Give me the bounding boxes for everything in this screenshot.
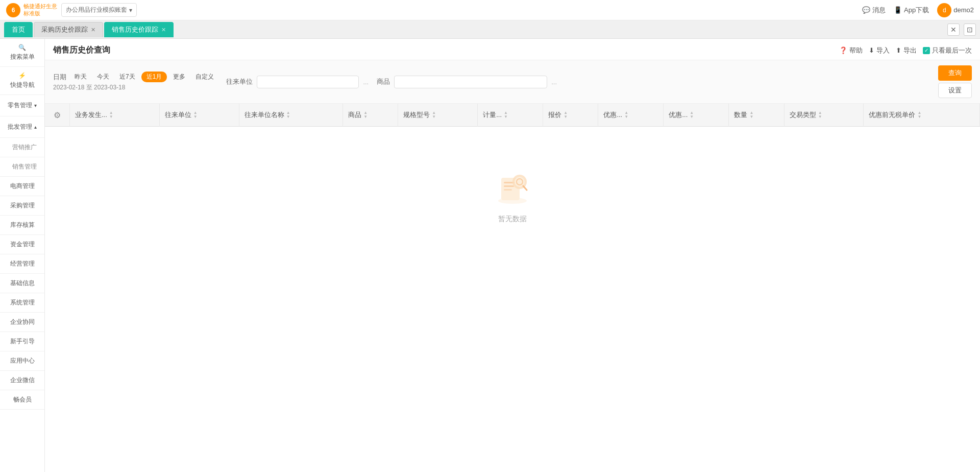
table-col-quoted-price[interactable]: 报价 ▲▼ xyxy=(543,104,598,127)
sidebar-item-basic-info[interactable]: 基础信息 xyxy=(0,274,44,293)
table-col-unit[interactable]: 计量... ▲▼ xyxy=(478,104,543,127)
avatar: d xyxy=(937,3,951,17)
message-action[interactable]: 💬 消息 xyxy=(862,6,886,15)
empty-text: 暂无数据 xyxy=(498,215,527,224)
goods-input[interactable] xyxy=(394,76,547,88)
sidebar-item-wholesale-mgmt[interactable]: 批发管理 ▴ xyxy=(0,116,44,138)
table-col-biz-date[interactable]: 业务发生... ▲▼ xyxy=(70,104,160,127)
top-header: 6 畅捷通好生意 标准版 办公用品行业模拟账套 ▾ 💬 消息 📱 App下载 d… xyxy=(0,0,980,20)
sort-arrows-discount1: ▲▼ xyxy=(624,111,628,119)
import-label: 导入 xyxy=(876,46,890,55)
sort-arrows-spec: ▲▼ xyxy=(432,111,436,119)
table-col-goods[interactable]: 商品 ▲▼ xyxy=(343,104,398,127)
page-actions: ❓ 帮助 ⬇ 导入 ⬆ 导出 ✓ 只看最后一次 xyxy=(839,46,972,55)
chevron-down-icon: ▾ xyxy=(129,7,132,14)
sidebar-item-finance[interactable]: 资金管理 xyxy=(0,235,44,254)
sidebar-item-vip-member[interactable]: 畅会员 xyxy=(0,390,44,410)
content-area: 销售历史价查询 ❓ 帮助 ⬇ 导入 ⬆ 导出 ✓ 只看最后一次 xyxy=(45,39,980,472)
date-btn-more[interactable]: 更多 xyxy=(169,72,189,82)
maximize-btn[interactable]: ⊡ xyxy=(964,23,976,36)
sidebar-item-quick-nav[interactable]: ⚡ 快捷导航 xyxy=(0,67,44,95)
help-btn[interactable]: ❓ 帮助 xyxy=(839,46,863,55)
table-container: ⚙ 业务发生... ▲▼ 往来单位 ▲▼ xyxy=(45,104,980,472)
help-label: 帮助 xyxy=(849,46,863,55)
sidebar-item-operations[interactable]: 经营管理 xyxy=(0,254,44,274)
sort-arrows-quantity: ▲▼ xyxy=(749,111,753,119)
sales-history-tab-close[interactable]: ✕ xyxy=(161,27,166,33)
main-layout: 🔍 搜索菜单 ⚡ 快捷导航 零售管理 ▾ 批发管理 ▴ 营销推广 销售管理 电商… xyxy=(0,39,980,472)
date-btn-7days[interactable]: 近7天 xyxy=(115,72,139,82)
table-col-discount2[interactable]: 优惠... ▲▼ xyxy=(664,104,729,127)
date-btn-today[interactable]: 今天 xyxy=(93,72,113,82)
page-header: 销售历史价查询 ❓ 帮助 ⬇ 导入 ⬆ 导出 ✓ 只看最后一次 xyxy=(45,39,980,60)
partner-filter-group: 往来单位 ... xyxy=(226,76,369,88)
date-btn-yesterday[interactable]: 昨天 xyxy=(70,72,91,82)
home-tab-label: 首页 xyxy=(12,25,25,34)
sales-mgmt-label: 销售管理 xyxy=(12,162,37,171)
partner-input[interactable] xyxy=(257,76,359,88)
table-col-trade-type[interactable]: 交易类型 ▲▼ xyxy=(784,104,864,127)
sidebar-item-marketing[interactable]: 营销推广 xyxy=(0,138,44,157)
enterprise-wechat-label: 企业微信 xyxy=(10,376,35,385)
table-col-quantity[interactable]: 数量 ▲▼ xyxy=(729,104,784,127)
logo-icon: 6 xyxy=(6,3,20,17)
import-icon: ⬇ xyxy=(869,46,874,54)
message-label: 消息 xyxy=(872,6,886,15)
tab-sales-history[interactable]: 销售历史价跟踪 ✕ xyxy=(104,22,174,37)
filter-area: 日期 昨天 今天 近7天 近1月 更多 自定义 2023-02-18 至 202… xyxy=(45,60,980,104)
export-icon: ⬆ xyxy=(896,46,901,54)
app-selector[interactable]: 办公用品行业模拟账套 ▾ xyxy=(61,3,137,17)
user-action[interactable]: d demo2 xyxy=(937,3,974,17)
sidebar-item-system-mgmt[interactable]: 系统管理 xyxy=(0,293,44,313)
sidebar-item-sales-mgmt[interactable]: 销售管理 xyxy=(0,157,44,177)
message-icon: 💬 xyxy=(862,6,870,14)
goods-filter-group: 商品 ... xyxy=(377,76,557,88)
page-title: 销售历史价查询 xyxy=(53,45,110,56)
date-btn-1month[interactable]: 近1月 xyxy=(141,72,167,82)
only-last-checkbox[interactable]: ✓ 只看最后一次 xyxy=(923,46,972,55)
retail-mgmt-label: 零售管理 xyxy=(8,101,32,110)
sidebar-item-retail-mgmt[interactable]: 零售管理 ▾ xyxy=(0,95,44,116)
sidebar-item-enterprise-wechat[interactable]: 企业微信 xyxy=(0,371,44,390)
search-menu-label: 搜索菜单 xyxy=(10,53,35,61)
date-btn-custom[interactable]: 自定义 xyxy=(191,72,218,82)
tab-purchase-history[interactable]: 采购历史价跟踪 ✕ xyxy=(34,22,103,37)
export-btn[interactable]: ⬆ 导出 xyxy=(896,46,917,55)
sidebar-item-inventory[interactable]: 库存核算 xyxy=(0,216,44,235)
table-col-partner-name[interactable]: 往来单位名称 ▲▼ xyxy=(239,104,343,127)
sidebar-item-purchase-mgmt[interactable]: 采购管理 xyxy=(0,196,44,216)
table-col-partner-code[interactable]: 往来单位 ▲▼ xyxy=(159,104,239,127)
goods-ellipsis[interactable]: ... xyxy=(551,78,557,86)
sidebar-item-search-menu[interactable]: 🔍 搜索菜单 xyxy=(0,39,44,67)
export-label: 导出 xyxy=(903,46,917,55)
purchase-history-tab-label: 采购历史价跟踪 xyxy=(41,25,88,34)
app-center-label: 应用中心 xyxy=(10,357,35,365)
data-table: ⚙ 业务发生... ▲▼ 往来单位 ▲▼ xyxy=(45,104,980,127)
table-col-pre-tax-price[interactable]: 优惠前无税单价 ▲▼ xyxy=(864,104,980,127)
sort-arrows-partner-code: ▲▼ xyxy=(193,111,198,119)
marketing-label: 营销推广 xyxy=(12,143,37,152)
sidebar-item-enterprise-collab[interactable]: 企业协同 xyxy=(0,313,44,332)
table-col-spec[interactable]: 规格型号 ▲▼ xyxy=(398,104,478,127)
svg-rect-4 xyxy=(504,189,512,191)
gear-icon[interactable]: ⚙ xyxy=(50,108,64,122)
table-col-discount1[interactable]: 优惠... ▲▼ xyxy=(598,104,664,127)
help-icon: ❓ xyxy=(839,46,847,54)
sidebar-item-app-center[interactable]: 应用中心 xyxy=(0,351,44,371)
tab-home[interactable]: 首页 xyxy=(4,22,33,37)
operations-label: 经营管理 xyxy=(10,259,35,268)
table-col-settings[interactable]: ⚙ xyxy=(45,104,70,127)
basic-info-label: 基础信息 xyxy=(10,279,35,288)
query-button[interactable]: 查询 xyxy=(938,65,972,81)
import-btn[interactable]: ⬇ 导入 xyxy=(869,46,890,55)
date-options: 昨天 今天 近7天 近1月 更多 自定义 xyxy=(70,72,218,82)
goods-label: 商品 xyxy=(377,77,390,86)
purchase-history-tab-close[interactable]: ✕ xyxy=(91,27,95,33)
sidebar-item-ecommerce[interactable]: 电商管理 xyxy=(0,177,44,196)
app-download-action[interactable]: 📱 App下载 xyxy=(894,6,929,15)
sidebar-item-new-guide[interactable]: 新手引导 xyxy=(0,332,44,351)
date-label: 日期 xyxy=(53,73,66,82)
partner-ellipsis[interactable]: ... xyxy=(363,78,369,86)
close-tab-btn[interactable]: ✕ xyxy=(947,23,960,36)
settings-button[interactable]: 设置 xyxy=(938,83,972,98)
